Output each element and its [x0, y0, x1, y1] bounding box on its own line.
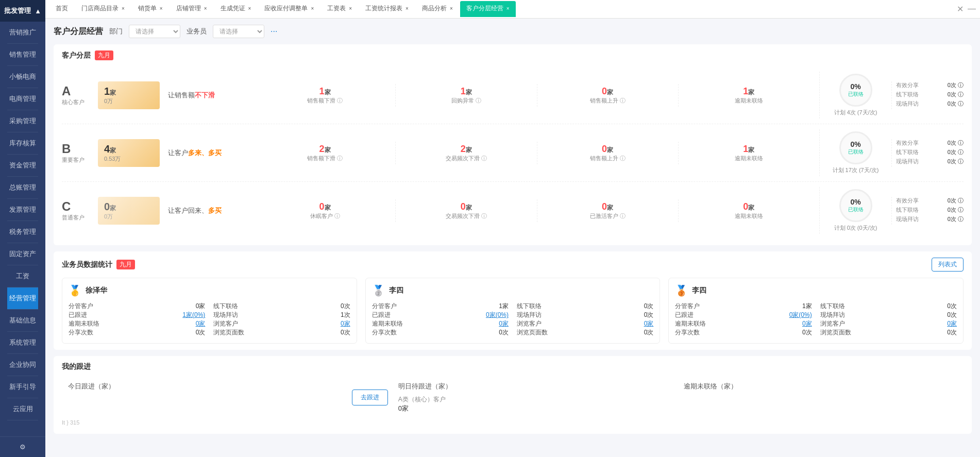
staff-card-2: 🥉李四分管客户1家已跟进0家(0%)逾期未联络0家分享次数0次线下联络0次现场拜… — [668, 278, 964, 344]
staff-stat-right: 现场拜访0次 — [517, 311, 653, 319]
sidebar-item-云应用[interactable]: 云应用 — [7, 398, 38, 420]
staff-stat-right: 浏览客户0家 — [213, 319, 350, 328]
sidebar-item-总账管理[interactable]: 总账管理 — [7, 177, 38, 199]
tab-客户分层经营[interactable]: 客户分层经营× — [460, 1, 516, 17]
stat-val: 0次 — [196, 328, 206, 337]
tab-销货单[interactable]: 销货单× — [132, 1, 169, 17]
staff-left-col-1: 分管客户1家已跟进0家(0%)逾期未联络0家分享次数0次 — [372, 302, 509, 337]
tier-stat-C-2: 0家已激活客户 ⓘ — [537, 199, 679, 222]
stat-val[interactable]: 0家 — [644, 319, 654, 328]
go-follow-cell: 去跟进 — [348, 378, 392, 417]
sidebar-item-基础信息[interactable]: 基础信息 — [7, 310, 38, 332]
gear-icon: ⚙ — [20, 443, 26, 451]
stat-label: 浏览客户 — [213, 319, 238, 328]
tab-店铺管理[interactable]: 店铺管理× — [170, 1, 213, 17]
tab-生成凭证[interactable]: 生成凭证× — [214, 1, 258, 17]
tier-count-sub-A: 0万 — [104, 97, 154, 105]
stat-val[interactable]: 0家(0%) — [486, 311, 509, 319]
tab-门店商品目录[interactable]: 门店商品目录× — [75, 1, 131, 17]
sidebar-item-采购管理[interactable]: 采购管理 — [7, 110, 38, 132]
staff-month-badge: 九月 — [116, 260, 135, 269]
staff-card-0: 🥇徐泽华分管客户0家已跟进1家(0%)逾期未联络0家分享次数0次线下联络0次现场… — [62, 278, 357, 344]
stat-label: 分享次数 — [675, 328, 700, 337]
sidebar-item-发票管理[interactable]: 发票管理 — [7, 199, 38, 221]
staff-medal-1: 🥈 — [372, 284, 385, 297]
tier-action-A: 让销售额不下滑 — [168, 91, 250, 100]
tab-close-销货单[interactable]: × — [160, 6, 163, 11]
stat-num: 2家 — [259, 144, 391, 155]
staff-select[interactable]: 请选择 — [213, 25, 264, 38]
go-follow-button[interactable]: 去跟进 — [352, 390, 388, 405]
tab-close-工资统计报表[interactable]: × — [405, 6, 409, 11]
tab-工资表[interactable]: 工资表× — [321, 1, 358, 17]
stat-val[interactable]: 0家 — [802, 319, 812, 328]
sidebar-item-新手引导[interactable]: 新手引导 — [7, 376, 38, 398]
sidebar-header[interactable]: 批发管理 ▲ — [0, 0, 45, 22]
tab-应收应付调整单[interactable]: 应收应付调整单× — [258, 1, 320, 17]
stat-label: 已跟进 — [69, 311, 87, 319]
sidebar-item-电商管理[interactable]: 电商管理 — [7, 88, 38, 110]
tier-right-stats-C: 有效分享0次 ⓘ线下联络0次 ⓘ现场拜访0次 ⓘ — [891, 197, 964, 225]
more-options-icon[interactable]: ··· — [271, 27, 277, 36]
sidebar-item-小畅电商[interactable]: 小畅电商 — [7, 66, 38, 88]
stat-label: 逾期未联络 — [372, 319, 403, 328]
sidebar-settings[interactable]: ⚙ — [0, 436, 45, 457]
staff-stat-left: 分享次数0次 — [69, 328, 205, 337]
tab-商品分析[interactable]: 商品分析× — [416, 1, 459, 17]
stat-num: 0家 — [542, 86, 674, 97]
minimize-icon[interactable]: — — [968, 4, 976, 14]
tab-首页[interactable]: 首页 — [49, 1, 74, 17]
stat-val: 0次 — [341, 302, 350, 311]
stat-val[interactable]: 0家 — [947, 319, 957, 328]
follow-grid: 今日跟进（家） 去跟进 明日待跟进（家） A类（核心）客户 0家 逾期未联络（家… — [62, 378, 964, 417]
tier-contact-C: 0% 已联络 计划 0次 (0天/次) — [819, 187, 891, 234]
contact-pct: 0% — [850, 198, 860, 206]
stat-label: 浏览页面数 — [517, 328, 548, 337]
tab-close-工资表[interactable]: × — [349, 6, 352, 11]
staff-stat-right: 线下联络0次 — [820, 302, 957, 311]
list-view-button[interactable]: 列表式 — [932, 258, 964, 272]
stat-val[interactable]: 0家 — [341, 319, 350, 328]
sidebar-item-企业协同[interactable]: 企业协同 — [7, 354, 38, 376]
stat-val[interactable]: 1家(0%) — [182, 311, 205, 319]
sidebar-item-固定资产[interactable]: 固定资产 — [7, 243, 38, 265]
stat-num: 0家 — [542, 201, 674, 212]
sidebar-item-工资[interactable]: 工资 — [7, 265, 38, 287]
sidebar-item-库存核算[interactable]: 库存核算 — [7, 132, 38, 155]
stat-num: 0家 — [683, 201, 815, 212]
sidebar-item-经营管理[interactable]: 经营管理 — [7, 287, 38, 310]
tier-contact-B: 0% 已联络 计划 17次 (7天/次) — [819, 129, 891, 176]
close-window-icon[interactable]: ✕ — [957, 4, 964, 14]
sidebar-item-营销推广[interactable]: 营销推广 — [7, 22, 38, 44]
stat-val: 0次 — [644, 311, 654, 319]
sidebar-item-系统管理[interactable]: 系统管理 — [7, 332, 38, 354]
sidebar-item-销售管理[interactable]: 销售管理 — [7, 44, 38, 66]
staff-stat-right: 线下联络0次 — [213, 302, 350, 311]
tier-stats-B: 2家销售额下滑 ⓘ2家交易频次下滑 ⓘ0家销售额上升 ⓘ1家逾期未联络 — [255, 142, 819, 164]
dept-select[interactable]: 请选择 — [129, 25, 180, 38]
sidebar-item-资金管理[interactable]: 资金管理 — [7, 155, 38, 177]
contact-circle-B: 0% 已联络 — [839, 131, 872, 164]
tab-close-店铺管理[interactable]: × — [204, 6, 207, 11]
stat-label: 已跟进 — [372, 311, 391, 319]
stat-val[interactable]: 0家 — [499, 319, 509, 328]
stat-label: 分管客户 — [675, 302, 700, 311]
stat-val: 1次 — [341, 311, 350, 319]
staff-stat-left: 已跟进1家(0%) — [69, 311, 205, 319]
tab-close-客户分层经营[interactable]: × — [506, 6, 510, 11]
stat-val[interactable]: 0家 — [196, 319, 206, 328]
staff-name-2: 李四 — [692, 286, 706, 295]
staff-stat-left: 分享次数0次 — [372, 328, 509, 337]
tab-close-门店商品目录[interactable]: × — [122, 6, 125, 11]
stat-val[interactable]: 0家(0%) — [789, 311, 812, 319]
tab-close-生成凭证[interactable]: × — [248, 6, 251, 11]
staff-label: 业务员 — [187, 27, 207, 36]
tab-close-应收应付调整单[interactable]: × — [311, 6, 314, 11]
staff-stat-left: 分管客户1家 — [372, 302, 509, 311]
stat-label: 线下联络 — [820, 302, 845, 311]
sidebar-item-税务管理[interactable]: 税务管理 — [7, 221, 38, 243]
contact-pct: 0% — [850, 82, 860, 91]
tab-工资统计报表[interactable]: 工资统计报表× — [359, 1, 415, 17]
tab-close-商品分析[interactable]: × — [450, 6, 453, 11]
stat-label: 销售额上升 ⓘ — [542, 155, 674, 162]
